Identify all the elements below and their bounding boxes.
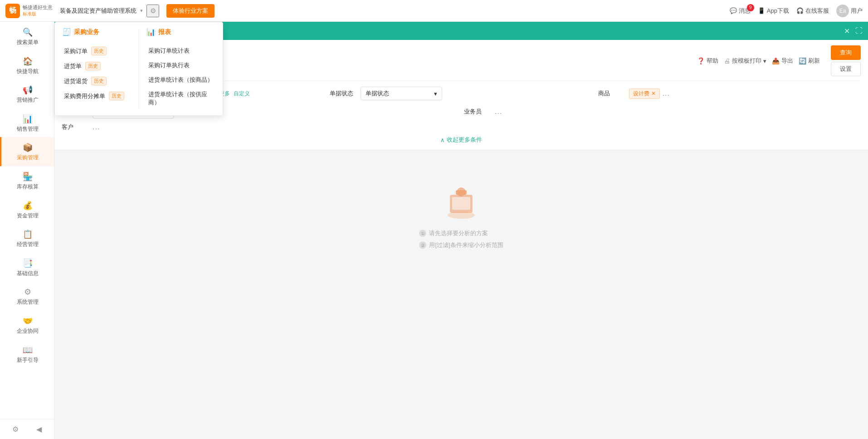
export-icon: 📤 — [772, 57, 780, 64]
system-title-dropdown-icon[interactable]: ▾ — [140, 8, 143, 14]
sidebar-item-quick-nav[interactable]: 🏠 快捷导航 — [0, 51, 54, 80]
sidebar-label-sales: 销售管理 — [17, 126, 39, 133]
menu-incoming-stats-goods[interactable]: 进货单统计表（按商品） — [146, 73, 216, 87]
menu-expense[interactable]: 采购费用分摊单 历史 — [62, 89, 132, 104]
doc-status-select[interactable]: 单据状态 ▾ — [361, 87, 442, 100]
sidebar-label-guide: 新手引导 — [17, 357, 39, 364]
export-button[interactable]: 📤 导出 — [772, 57, 793, 65]
system-title: 装备及固定资产辅助管理系统 — [60, 7, 137, 15]
finance-icon: 💰 — [23, 201, 33, 211]
sidebar-label-system: 系统管理 — [17, 299, 39, 306]
sidebar-label-operations: 经营管理 — [17, 241, 39, 248]
sidebar-collapse-icon[interactable]: ◀ — [36, 425, 42, 434]
report-col-icon: 📊 — [146, 28, 156, 36]
business-col-icon: 🧾 — [62, 28, 71, 36]
sidebar-item-finance[interactable]: 💰 资金管理 — [0, 195, 54, 224]
goods-tag-close-icon[interactable]: ✕ — [651, 90, 656, 97]
shortcut-custom[interactable]: 自定义 — [234, 90, 250, 98]
goods-tag-text: 设计费 — [633, 90, 649, 98]
customer-dots[interactable]: ... — [93, 123, 100, 131]
industry-button[interactable]: 体验行业方案 — [166, 4, 215, 18]
sidebar-item-marketing[interactable]: 📢 营销推广 — [0, 79, 54, 109]
filter-divider: ∧ 收起更多条件 — [62, 136, 861, 144]
collapse-button[interactable]: ∧ 收起更多条件 — [440, 136, 482, 144]
system-title-area: 装备及固定资产辅助管理系统 ▾ ⚙ 体验行业方案 — [60, 4, 730, 18]
print-icon: 🖨 — [724, 57, 730, 64]
home-icon: 🏠 — [23, 56, 33, 66]
report-col-title: 📊 报表 — [146, 28, 216, 39]
top-header: 畅 畅捷通好生意 标准版 装备及固定资产辅助管理系统 ▾ ⚙ 体验行业方案 💬 … — [0, 0, 868, 22]
message-badge: 9 — [747, 4, 754, 11]
filter-row-3: 客户 ... — [62, 123, 861, 131]
purchase-dropdown-menu: 🧾 采购业务 采购订单 历史 进货单 历史 进货退货 历史 采购费用分摊单 历史 — [54, 22, 223, 116]
header-right: 💬 消息 9 📱 App下载 🎧 在线客服 Ea 用户 — [730, 5, 863, 17]
sidebar: 🔍 搜索菜单 🏠 快捷导航 📢 营销推广 📊 销售管理 📦 采购管理 🏪 库存核… — [0, 22, 54, 439]
customer-label: 客户 — [62, 123, 89, 131]
svg-rect-4 — [456, 190, 467, 195]
purchase-order-history-badge[interactable]: 历史 — [91, 47, 107, 55]
logo-badge: 标准版 — [23, 11, 53, 17]
refresh-button[interactable]: 🔄 刷新 — [799, 57, 820, 65]
sidebar-label-marketing: 营销推广 — [17, 97, 39, 104]
sidebar-item-guide[interactable]: 📖 新手引导 — [0, 340, 54, 369]
guide-icon: 📖 — [23, 345, 33, 355]
menu-incoming-stats-supplier[interactable]: 进货单统计表（按供应商） — [146, 87, 216, 110]
app-download-button[interactable]: 📱 App下载 — [758, 7, 789, 15]
tip2-text: 用[过滤]条件来缩小分析范围 — [429, 241, 503, 249]
sidebar-label-finance: 资金管理 — [17, 212, 39, 220]
operations-icon: 📋 — [23, 229, 33, 239]
return-history-badge[interactable]: 历史 — [91, 77, 107, 85]
sidebar-item-system[interactable]: ⚙ 系统管理 — [0, 281, 54, 311]
online-service-button[interactable]: 🎧 在线客服 — [796, 7, 829, 15]
menu-incoming[interactable]: 进货单 历史 — [62, 59, 132, 74]
query-button[interactable]: 查询 — [831, 45, 861, 60]
sidebar-item-enterprise[interactable]: 🤝 企业协同 — [0, 311, 54, 340]
settings-button[interactable]: ⚙ — [146, 5, 159, 17]
print-button[interactable]: 🖨 按模板打印 ▾ — [724, 57, 766, 65]
doc-status-arrow-icon: ▾ — [434, 90, 437, 97]
phone-icon: 📱 — [758, 7, 765, 14]
sidebar-label-inventory: 库存核算 — [17, 183, 39, 191]
incoming-history-badge[interactable]: 历史 — [85, 62, 101, 70]
expense-history-badge[interactable]: 历史 — [109, 92, 124, 100]
tip1-text: 请先选择要分析的方案 — [429, 229, 488, 237]
sidebar-item-basic-info[interactable]: 📑 基础信息 — [0, 253, 54, 282]
menu-incoming-label: 进货单 — [64, 62, 82, 70]
sidebar-settings-icon[interactable]: ⚙ — [12, 425, 19, 434]
message-icon: 💬 — [730, 7, 737, 14]
system-icon: ⚙ — [24, 287, 31, 297]
inventory-icon: 🏪 — [23, 172, 33, 182]
menu-return[interactable]: 进货退货 历史 — [62, 74, 132, 89]
set-button[interactable]: 设置 — [831, 62, 861, 76]
salesperson-dots[interactable]: ... — [495, 108, 502, 116]
logo-text-block: 畅捷通好生意 标准版 — [23, 4, 53, 17]
menu-incoming-stats-supplier-label: 进货单统计表（按供应商） — [148, 90, 214, 107]
logo-area: 畅 畅捷通好生意 标准版 — [5, 4, 60, 18]
sidebar-item-search[interactable]: 🔍 搜索菜单 — [0, 22, 54, 51]
help-button[interactable]: ❓ 帮助 — [697, 57, 718, 65]
sidebar-label-purchase: 采购管理 — [17, 154, 39, 162]
collapse-icon: ∧ — [440, 137, 445, 143]
tip2-bullet: ② — [419, 242, 426, 249]
menu-purchase-order[interactable]: 采购订单 历史 — [62, 44, 132, 59]
enterprise-icon: 🤝 — [23, 316, 33, 326]
empty-tip-2: ② 用[过滤]条件来缩小分析范围 — [419, 241, 503, 249]
sidebar-item-operations[interactable]: 📋 经营管理 — [0, 224, 54, 253]
refresh-icon: 🔄 — [799, 57, 806, 64]
sidebar-item-inventory[interactable]: 🏪 库存核算 — [0, 166, 54, 195]
user-menu-button[interactable]: Ea 用户 — [836, 5, 863, 17]
message-button[interactable]: 💬 消息 9 — [730, 7, 751, 15]
purchase-business-col: 🧾 采购业务 采购订单 历史 进货单 历史 进货退货 历史 采购费用分摊单 历史 — [55, 28, 139, 110]
menu-return-label: 进货退货 — [64, 77, 88, 85]
sidebar-item-sales[interactable]: 📊 销售管理 — [0, 109, 54, 138]
avatar: Ea — [836, 5, 849, 17]
tab-close-window-icon[interactable]: ✕ — [842, 25, 852, 37]
sidebar-item-purchase[interactable]: 📦 采购管理 — [0, 137, 54, 166]
menu-order-exec[interactable]: 采购订单执行表 — [146, 58, 216, 73]
empty-state: ① 请先选择要分析的方案 ② 用[过滤]条件来缩小分析范围 — [54, 149, 868, 286]
sidebar-label-quick-nav: 快捷导航 — [17, 68, 39, 75]
tab-maximize-icon[interactable]: ⛶ — [853, 25, 864, 37]
basic-info-icon: 📑 — [23, 258, 33, 268]
goods-dots[interactable]: ... — [663, 89, 670, 98]
menu-order-stats[interactable]: 采购订单统计表 — [146, 44, 216, 58]
